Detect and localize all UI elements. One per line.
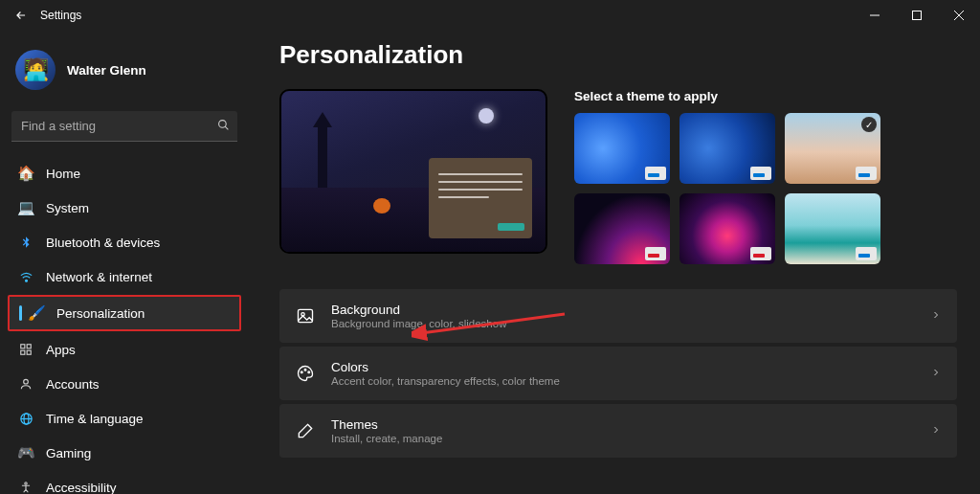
- sidebar-item-gaming[interactable]: 🎮 Gaming: [8, 437, 241, 469]
- titlebar: Settings: [0, 0, 980, 31]
- theme-thumb[interactable]: [574, 113, 670, 184]
- theme-selector: Select a theme to apply ✓: [574, 89, 957, 264]
- chevron-right-icon: [930, 367, 942, 381]
- svg-rect-16: [299, 309, 313, 322]
- svg-point-18: [301, 371, 302, 373]
- setting-title: Background: [331, 303, 506, 317]
- sidebar-item-label: Accounts: [46, 377, 100, 392]
- theme-grid: ✓: [574, 113, 957, 264]
- chevron-right-icon: [930, 309, 942, 324]
- svg-rect-9: [21, 350, 25, 354]
- theme-thumb[interactable]: [679, 193, 775, 264]
- close-button[interactable]: [938, 0, 980, 31]
- gaming-icon: 🎮: [17, 444, 34, 461]
- svg-line-5: [225, 126, 228, 129]
- svg-point-15: [25, 483, 27, 484]
- sidebar-item-apps[interactable]: Apps: [8, 333, 241, 366]
- sidebar-item-personalization[interactable]: 🖌️ Personalization: [8, 295, 241, 331]
- sidebar-item-accounts[interactable]: Accounts: [8, 368, 241, 400]
- sidebar-item-label: Bluetooth & devices: [46, 236, 160, 250]
- sidebar-item-label: Time & language: [46, 412, 144, 426]
- paintbrush-icon: 🖌️: [28, 304, 45, 322]
- sidebar-item-network[interactable]: Network & internet: [8, 260, 241, 293]
- theme-thumb[interactable]: [574, 193, 670, 264]
- setting-row-background[interactable]: Background Background image, color, slid…: [279, 289, 957, 343]
- bluetooth-icon: [17, 234, 34, 251]
- sidebar-item-home[interactable]: 🏠 Home: [8, 157, 241, 190]
- search-icon: [217, 119, 230, 134]
- theme-thumb[interactable]: [679, 113, 775, 184]
- sidebar-item-label: Network & internet: [46, 270, 152, 284]
- theme-heading: Select a theme to apply: [574, 89, 957, 103]
- sidebar-item-system[interactable]: 💻 System: [8, 191, 241, 224]
- svg-point-20: [308, 371, 310, 373]
- window-title: Settings: [40, 9, 81, 22]
- back-button[interactable]: [8, 2, 34, 29]
- setting-subtitle: Accent color, transparency effects, colo…: [331, 375, 560, 387]
- svg-rect-1: [913, 11, 922, 20]
- wifi-icon: [17, 268, 34, 285]
- sidebar-item-label: Personalization: [56, 306, 145, 321]
- apps-icon: [17, 341, 34, 358]
- theme-thumb[interactable]: [785, 193, 880, 264]
- sidebar-item-label: Gaming: [46, 446, 91, 460]
- svg-rect-8: [27, 345, 31, 348]
- globe-icon: [17, 410, 34, 427]
- maximize-button[interactable]: [896, 0, 938, 31]
- check-icon: ✓: [861, 117, 877, 132]
- chevron-right-icon: [930, 424, 942, 438]
- active-indicator: [19, 305, 22, 321]
- sidebar-item-accessibility[interactable]: Accessibility: [8, 471, 241, 494]
- sidebar-item-time-language[interactable]: Time & language: [8, 402, 241, 435]
- brush-icon: [295, 420, 316, 441]
- setting-subtitle: Install, create, manage: [331, 433, 442, 444]
- page-title: Personalization: [279, 40, 957, 70]
- svg-point-11: [24, 379, 29, 384]
- setting-title: Colors: [331, 360, 560, 374]
- setting-row-themes[interactable]: Themes Install, create, manage: [279, 404, 957, 458]
- setting-subtitle: Background image, color, slideshow: [331, 318, 506, 329]
- svg-point-19: [304, 369, 306, 370]
- palette-icon: [295, 363, 316, 384]
- system-icon: 💻: [17, 199, 34, 216]
- svg-point-4: [219, 121, 227, 128]
- home-icon: 🏠: [17, 165, 34, 182]
- search-wrap: [11, 111, 237, 142]
- svg-rect-10: [27, 350, 31, 354]
- settings-list: Background Background image, color, slid…: [279, 289, 957, 458]
- sidebar-item-label: Apps: [46, 343, 76, 357]
- nav: 🏠 Home 💻 System Bluetooth & devices Netw…: [8, 157, 241, 494]
- sidebar-item-bluetooth[interactable]: Bluetooth & devices: [8, 226, 241, 258]
- setting-title: Themes: [331, 417, 442, 432]
- avatar: 🧑‍💻: [15, 50, 56, 90]
- accounts-icon: [17, 375, 34, 393]
- sidebar-item-label: Accessibility: [46, 481, 117, 495]
- minimize-button[interactable]: [854, 0, 896, 31]
- search-input[interactable]: [11, 111, 237, 142]
- main-content: Personalization Select a theme to apply …: [249, 31, 980, 494]
- theme-thumb[interactable]: ✓: [785, 113, 880, 184]
- user-name: Walter Glenn: [67, 63, 146, 78]
- svg-rect-7: [21, 345, 25, 348]
- window-controls: [854, 0, 980, 31]
- sidebar: 🧑‍💻 Walter Glenn 🏠 Home 💻 System Bl: [0, 31, 249, 494]
- theme-row: Select a theme to apply ✓: [279, 89, 957, 264]
- setting-row-colors[interactable]: Colors Accent color, transparency effect…: [279, 347, 957, 400]
- sidebar-item-label: System: [46, 201, 89, 215]
- user-block[interactable]: 🧑‍💻 Walter Glenn: [8, 42, 241, 103]
- image-icon: [295, 305, 316, 326]
- sidebar-item-label: Home: [46, 167, 80, 181]
- accessibility-icon: [17, 479, 34, 494]
- svg-point-6: [25, 280, 27, 281]
- desktop-preview: [279, 89, 547, 254]
